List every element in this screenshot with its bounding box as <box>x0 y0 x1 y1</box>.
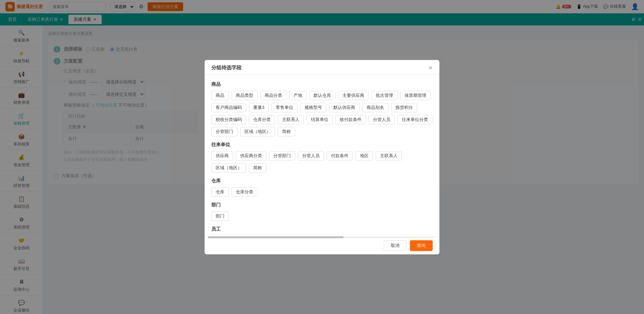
section-dept-title: 部门 <box>211 202 433 208</box>
warehouse-field-tags: 仓库仓库分类 <box>211 187 433 197</box>
field-tag[interactable]: 默认供应商 <box>329 103 360 112</box>
field-tag[interactable]: 收付款条件 <box>335 115 366 124</box>
field-tag[interactable]: 仓库 <box>211 187 229 197</box>
field-tag[interactable]: 仓库分类 <box>249 115 275 124</box>
section-counterparty: 往来单位 供应商供应商分类分管部门分管人员付款条件地区主联系人区域（地区）简称 <box>211 142 433 173</box>
modal-cancel-button[interactable]: 取消 <box>384 240 407 251</box>
field-tag[interactable]: 保质期管理 <box>400 91 431 100</box>
section-employee: 员工 业务员 <box>211 226 433 234</box>
field-tag[interactable]: 区域（地区） <box>240 127 275 136</box>
field-tag[interactable]: 供应商 <box>211 151 233 161</box>
field-tag[interactable]: 部门 <box>211 211 229 221</box>
field-tag[interactable]: 零售单位 <box>271 103 298 112</box>
field-tag[interactable]: 主联系人 <box>278 115 304 124</box>
field-tag[interactable]: 批次管理 <box>371 91 397 100</box>
modal-header: 分组待选字段 ✕ <box>205 60 439 75</box>
modal-footer: 取消 查询 <box>205 237 439 254</box>
section-warehouse: 仓库 仓库仓库分类 <box>211 178 433 197</box>
section-warehouse-title: 仓库 <box>211 178 433 184</box>
field-tag[interactable]: 主联系人 <box>376 151 402 161</box>
field-tag[interactable]: 税收分类编码 <box>211 115 246 124</box>
modal-hscrollbar-thumb <box>208 236 343 238</box>
modal-close-button[interactable]: ✕ <box>428 65 433 71</box>
field-tag[interactable]: 商品 <box>211 91 229 100</box>
field-tag[interactable]: 地区 <box>356 151 373 161</box>
section-dept: 部门 部门 <box>211 202 433 221</box>
section-goods: 商品 商品商品类型商品分类产地默认仓库主要供应商批次管理保质期管理客户商品编码重… <box>211 81 433 136</box>
field-tag[interactable]: 供应商分类 <box>236 151 266 161</box>
field-tag[interactable]: 简称 <box>278 127 295 136</box>
field-tag[interactable]: 分管部门 <box>211 127 237 136</box>
field-tag[interactable]: 结算单位 <box>307 115 333 124</box>
counterparty-field-tags: 供应商供应商分类分管部门分管人员付款条件地区主联系人区域（地区）简称 <box>211 151 433 173</box>
field-tag[interactable]: 往来单位分类 <box>397 115 432 124</box>
modal-overlay: 分组待选字段 ✕ 商品 商品商品类型商品分类产地默认仓库主要供应商批次管理保质期… <box>0 0 644 314</box>
field-tag[interactable]: 客户商品编码 <box>211 103 246 112</box>
field-tag[interactable]: 仓库分类 <box>231 187 258 197</box>
field-tag[interactable]: 重量3 <box>249 103 269 112</box>
field-tag[interactable]: 分管部门 <box>269 151 295 161</box>
modal-dialog: 分组待选字段 ✕ 商品 商品商品类型商品分类产地默认仓库主要供应商批次管理保质期… <box>205 60 439 254</box>
field-tag[interactable]: 商品分类 <box>260 91 286 100</box>
modal-body[interactable]: 商品 商品商品类型商品分类产地默认仓库主要供应商批次管理保质期管理客户商品编码重… <box>205 75 439 234</box>
field-tag[interactable]: 付款条件 <box>327 151 353 161</box>
field-tag[interactable]: 分管人员 <box>298 151 324 161</box>
field-tag[interactable]: 规格型号 <box>300 103 326 112</box>
section-counterparty-title: 往来单位 <box>211 142 433 148</box>
field-tag[interactable]: 默认仓库 <box>309 91 335 100</box>
dept-field-tags: 部门 <box>211 211 433 221</box>
modal-hscrollbar[interactable] <box>208 236 434 238</box>
field-tag[interactable]: 分管人员 <box>369 115 395 124</box>
goods-field-tags: 商品商品类型商品分类产地默认仓库主要供应商批次管理保质期管理客户商品编码重量3零… <box>211 91 433 136</box>
field-tag[interactable]: 拣货积分 <box>391 103 417 112</box>
field-tag[interactable]: 商品类型 <box>231 91 258 100</box>
modal-title: 分组待选字段 <box>211 65 241 71</box>
section-goods-title: 商品 <box>211 81 433 87</box>
field-tag[interactable]: 简称 <box>249 163 266 173</box>
field-tag[interactable]: 商品别名 <box>362 103 388 112</box>
modal-confirm-button[interactable]: 查询 <box>410 240 433 251</box>
field-tag[interactable]: 产地 <box>289 91 307 100</box>
field-tag[interactable]: 区域（地区） <box>211 163 246 173</box>
field-tag[interactable]: 主要供应商 <box>338 91 369 100</box>
section-employee-title: 员工 <box>211 226 433 232</box>
